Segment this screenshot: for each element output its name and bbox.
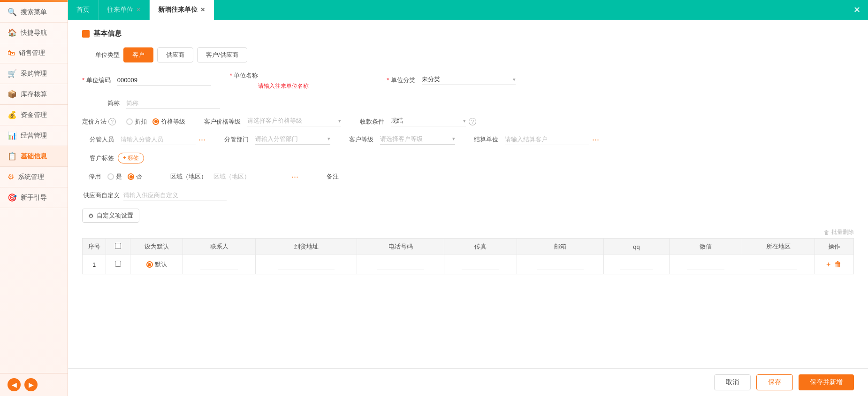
pricing-option-price-level[interactable]: 价格等级 bbox=[152, 117, 185, 126]
payment-terms-help-icon[interactable]: ? bbox=[469, 118, 476, 125]
sidebar-item-guide[interactable]: 🎯 新手引导 bbox=[0, 187, 68, 208]
pricing-option-discount[interactable]: 折扣 bbox=[126, 117, 147, 126]
sidebar-item-purchase[interactable]: 🛒 采购管理 bbox=[0, 63, 68, 84]
row-checkbox-cell bbox=[106, 255, 130, 274]
col-default: 设为默认 bbox=[130, 239, 183, 255]
note-input[interactable] bbox=[345, 171, 486, 182]
radio-dot bbox=[154, 120, 158, 123]
disabled-option-yes[interactable]: 是 bbox=[107, 172, 122, 181]
tab-home[interactable]: 首页 bbox=[68, 0, 99, 20]
sidebar-item-finance[interactable]: 💰 资金管理 bbox=[0, 105, 68, 125]
row-delete-btn[interactable]: 🗑 bbox=[834, 260, 842, 269]
cancel-button[interactable]: 取消 bbox=[714, 374, 751, 390]
col-wechat: 微信 bbox=[669, 239, 742, 255]
unit-category-field: 单位分类 未分类 ▾ bbox=[387, 75, 516, 85]
batch-delete-btn[interactable]: 🗑 批量删除 bbox=[82, 228, 854, 236]
dept-select[interactable]: 请输入分管部门 ▾ bbox=[255, 135, 330, 145]
customer-level-placeholder: 请选择客户等级 bbox=[380, 135, 450, 143]
row-qq-input[interactable] bbox=[620, 259, 653, 270]
search-icon: 🔍 bbox=[8, 8, 17, 16]
region-field: 区域（地区） ··· bbox=[170, 171, 298, 182]
disabled-option-no[interactable]: 否 bbox=[128, 172, 142, 181]
table-action-btns: + 🗑 bbox=[820, 260, 849, 269]
sidebar-item-basic[interactable]: 📋 基础信息 bbox=[0, 146, 68, 167]
settlement-unit-label: 结算单位 bbox=[474, 135, 498, 144]
row-fax-input[interactable] bbox=[462, 259, 499, 270]
gear-icon: ⚙ bbox=[88, 212, 94, 219]
row-contact-input[interactable] bbox=[200, 259, 238, 270]
tab-partners[interactable]: 往来单位 ✕ bbox=[99, 0, 150, 20]
sidebar-item-sales[interactable]: 🛍 销售管理 bbox=[0, 43, 68, 63]
row-checkbox[interactable] bbox=[115, 261, 121, 267]
row-email-input[interactable] bbox=[537, 259, 584, 270]
disabled-region-note-row: 停用 是 否 区域（地区） bbox=[82, 171, 854, 182]
row-wechat-input[interactable] bbox=[687, 259, 724, 270]
guide-icon: 🎯 bbox=[8, 193, 17, 202]
manager-more-btn[interactable]: ··· bbox=[198, 135, 206, 145]
sidebar-item-search[interactable]: 🔍 搜索菜单 bbox=[0, 2, 68, 23]
row-region bbox=[742, 255, 815, 274]
note-label: 备注 bbox=[327, 172, 339, 181]
disabled-field: 停用 是 否 bbox=[82, 172, 142, 181]
radio-discount bbox=[126, 118, 133, 125]
unit-code-input[interactable] bbox=[117, 75, 211, 86]
sidebar-item-label: 系统管理 bbox=[18, 173, 44, 181]
settlement-unit-field: 结算单位 ··· bbox=[474, 134, 599, 145]
sidebar-expand-btn[interactable]: ▶ bbox=[24, 378, 38, 391]
note-field: 备注 bbox=[327, 171, 486, 182]
save-new-button[interactable]: 保存并新增 bbox=[799, 374, 854, 390]
customer-price-level-select[interactable]: 请选择客户价格等级 ▾ bbox=[247, 116, 341, 126]
row-fax bbox=[444, 255, 517, 274]
manager-input[interactable] bbox=[121, 134, 196, 145]
unit-category-value: 未分类 bbox=[422, 75, 511, 84]
sidebar-item-operations[interactable]: 📊 经营管理 bbox=[0, 125, 68, 146]
finance-icon: 💰 bbox=[8, 110, 17, 119]
add-tag-btn[interactable]: + 标签 bbox=[118, 153, 144, 163]
payment-terms-select[interactable]: 现结 ▾ bbox=[391, 116, 466, 126]
unit-name-input[interactable] bbox=[265, 70, 368, 81]
abbr-input[interactable] bbox=[126, 98, 220, 109]
row-address-input[interactable] bbox=[278, 259, 335, 270]
select-all-checkbox[interactable] bbox=[115, 243, 121, 249]
supplier-custom-label: 供应商自定义 bbox=[82, 191, 120, 200]
customer-price-level-field: 客户价格等级 请选择客户价格等级 ▾ bbox=[204, 116, 341, 126]
settlement-unit-input[interactable] bbox=[505, 134, 589, 145]
row-add-btn[interactable]: + bbox=[826, 260, 830, 269]
type-btn-customer[interactable]: 客户 bbox=[123, 47, 153, 62]
save-button[interactable]: 保存 bbox=[756, 374, 793, 390]
sidebar-item-label: 新手引导 bbox=[21, 194, 47, 202]
unit-name-label: 单位名称 bbox=[230, 71, 259, 80]
section-title-text: 基本信息 bbox=[93, 29, 122, 38]
system-icon: ⚙ bbox=[8, 172, 14, 181]
col-action: 操作 bbox=[815, 239, 853, 255]
tab-close-all-btn[interactable]: ✕ bbox=[846, 5, 868, 15]
row-phone-input[interactable] bbox=[377, 259, 424, 270]
sidebar-item-quicknav[interactable]: 🏠 快捷导航 bbox=[0, 23, 68, 43]
type-btn-supplier[interactable]: 供应商 bbox=[157, 47, 193, 62]
tab-partners-close[interactable]: ✕ bbox=[136, 7, 141, 13]
abbr-field: 简称 bbox=[82, 98, 220, 109]
unit-type-buttons: 客户 供应商 客户/供应商 bbox=[123, 47, 247, 62]
region-more-btn[interactable]: ··· bbox=[291, 172, 298, 182]
type-btn-both[interactable]: 客户/供应商 bbox=[197, 47, 247, 62]
sidebar-item-system[interactable]: ⚙ 系统管理 bbox=[0, 167, 68, 187]
row-region-input[interactable] bbox=[760, 259, 797, 270]
unit-name-field-group: 单位名称 请输入往来单位名称 bbox=[230, 70, 368, 90]
payment-terms-value: 现结 bbox=[391, 116, 461, 125]
row-default-label: 默认 bbox=[155, 260, 167, 269]
customer-level-field: 客户等级 请选择客户等级 ▾ bbox=[349, 135, 455, 145]
sidebar-collapse-btn[interactable]: ◀ bbox=[8, 378, 21, 391]
tab-new-partner-close[interactable]: ✕ bbox=[200, 7, 205, 13]
tab-new-partner[interactable]: 新增往来单位 ✕ bbox=[150, 0, 214, 20]
home-icon: 🏠 bbox=[8, 28, 17, 37]
settlement-unit-more-btn[interactable]: ··· bbox=[592, 135, 599, 145]
unit-category-select[interactable]: 未分类 ▾ bbox=[422, 75, 516, 85]
sidebar-item-inventory[interactable]: 📦 库存核算 bbox=[0, 84, 68, 105]
customer-level-select[interactable]: 请选择客户等级 ▾ bbox=[380, 135, 455, 145]
custom-settings-btn[interactable]: ⚙ 自定义项设置 bbox=[82, 209, 139, 223]
pricing-help-icon[interactable]: ? bbox=[108, 118, 116, 125]
region-input[interactable] bbox=[213, 171, 289, 182]
pricing-label: 定价方法 ? bbox=[82, 117, 120, 126]
row-default-radio[interactable]: 默认 bbox=[135, 260, 178, 269]
supplier-custom-input[interactable] bbox=[123, 190, 227, 201]
